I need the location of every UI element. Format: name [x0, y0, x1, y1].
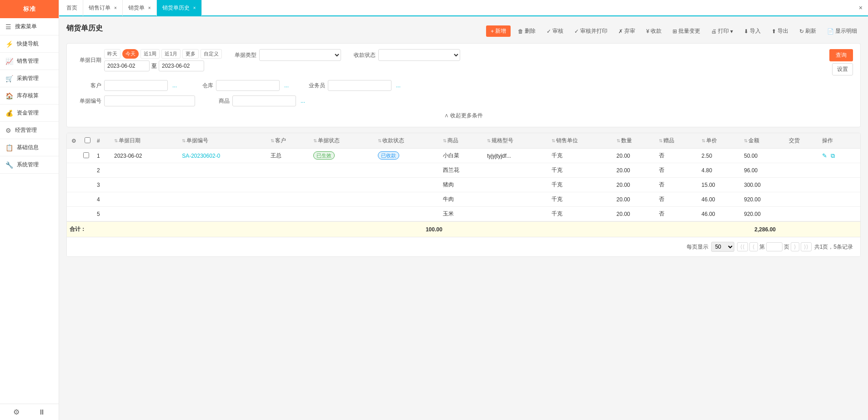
tab-sales-history[interactable]: 销货单历史 × — [157, 0, 202, 16]
sidebar-item-stock-calc[interactable]: 🏠 库存核算 — [0, 87, 59, 105]
sidebar-item-sales-mgmt[interactable]: 📈 销售管理 — [0, 53, 59, 70]
close-sales-history-icon[interactable]: × — [193, 5, 196, 10]
collect-button[interactable]: ¥ 收款 — [642, 25, 665, 37]
print-button[interactable]: 🖨 打印 ▾ — [707, 25, 737, 37]
row-checkbox[interactable] — [83, 152, 89, 158]
doc-type-select[interactable] — [259, 49, 341, 61]
cell-check — [80, 163, 94, 178]
footer-total-qty: 100.00 — [426, 226, 442, 233]
close-sales-goods-icon[interactable]: × — [148, 5, 151, 10]
shortcut-yesterday[interactable]: 昨天 — [104, 49, 120, 59]
shortcut-7days[interactable]: 近1周 — [140, 49, 160, 59]
tab-sales-order[interactable]: 销售订单 × — [83, 0, 123, 16]
cell-check — [80, 192, 94, 207]
cell-price: 46.00 — [699, 207, 742, 221]
th-unit[interactable]: ⇅销售单位 — [549, 133, 613, 149]
staff-select-btn[interactable]: ... — [394, 82, 402, 89]
filter-collapse-btn[interactable]: ∧ 收起更多条件 — [74, 110, 853, 121]
cell-gift: 否 — [656, 163, 699, 178]
sidebar-item-ops-mgmt[interactable]: ⚙ 经营管理 — [0, 122, 59, 139]
th-customer[interactable]: ⇅客户 — [268, 133, 311, 149]
add-button[interactable]: + 新增 — [486, 25, 511, 37]
table-row: 5 玉米 千克 20.00 否 46.00 920.00 — [67, 207, 860, 221]
sidebar: 标准 ☰ 搜索菜单 ⚡ 快捷导航 📈 销售管理 🛒 采购管理 🏠 库存核算 💰 … — [0, 0, 59, 420]
tab-home-label: 首页 — [66, 4, 77, 12]
th-doc-status[interactable]: ⇅单据状态 — [311, 133, 375, 149]
doc-type-label: 单据类型 — [229, 51, 256, 59]
select-all-checkbox[interactable] — [85, 137, 90, 143]
cell-unit: 千克 — [549, 163, 613, 178]
collect-icon: ¥ — [646, 28, 649, 35]
sidebar-item-basic-info[interactable]: 📋 基础信息 — [0, 139, 59, 156]
sidebar-settings-btn[interactable]: ⚙ — [13, 408, 20, 416]
shortcut-1month[interactable]: 近1月 — [161, 49, 181, 59]
refresh-button[interactable]: ↻ 刷新 — [796, 25, 820, 37]
tab-sales-goods[interactable]: 销货单 × — [123, 0, 157, 16]
staff-input[interactable] — [328, 80, 391, 91]
export-button[interactable]: ⬆ 导出 — [768, 25, 792, 37]
sidebar-bottom: ⚙ ⏸ — [0, 404, 59, 420]
warehouse-select-btn[interactable]: ... — [282, 82, 291, 89]
cell-goods: 小白菜 — [440, 149, 485, 163]
docno-link[interactable]: SA-20230602-0 — [182, 153, 220, 159]
tab-sales-order-label: 销售订单 — [89, 4, 110, 12]
th-amount[interactable]: ⇅金额 — [741, 133, 786, 149]
doc-no-input[interactable] — [104, 95, 195, 106]
th-settings[interactable]: ⚙ — [67, 133, 80, 149]
date-to-input[interactable] — [159, 60, 204, 71]
th-date[interactable]: ⇅单据日期 — [111, 133, 179, 149]
show-detail-button[interactable]: 📄 显示明细 — [823, 25, 861, 37]
warehouse-input[interactable] — [216, 80, 280, 91]
th-gift[interactable]: ⇅赠品 — [656, 133, 699, 149]
customer-input[interactable] — [104, 80, 168, 91]
cell-customer: 王总 — [268, 149, 311, 163]
collect-status-select[interactable] — [378, 49, 460, 61]
abandon-button[interactable]: ✗ 弃审 — [615, 25, 639, 37]
per-page-select[interactable]: 50 20 100 200 — [711, 242, 734, 252]
approve-button[interactable]: ✓ 审核 — [543, 25, 567, 37]
query-button[interactable]: 查询 — [829, 49, 853, 61]
sidebar-item-search-menu[interactable]: ☰ 搜索菜单 — [0, 18, 59, 35]
batch-change-button[interactable]: ⊞ 批量变更 — [669, 25, 704, 37]
tab-home[interactable]: 首页 — [61, 0, 83, 16]
next-page-btn[interactable]: ⟩ — [791, 242, 799, 251]
prev-page-btn[interactable]: ⟨ — [749, 242, 758, 251]
date-shortcuts: 昨天 今天 近1周 近1月 更多 自定义 — [104, 49, 222, 59]
last-page-btn[interactable]: ⟩⟩ — [801, 242, 812, 251]
sidebar-item-fund-mgmt[interactable]: 💰 资金管理 — [0, 105, 59, 122]
shortcut-today[interactable]: 今天 — [122, 49, 139, 59]
sidebar-item-purchase-mgmt[interactable]: 🛒 采购管理 — [0, 70, 59, 87]
sidebar-item-quick-nav[interactable]: ⚡ 快捷导航 — [0, 35, 59, 53]
import-button[interactable]: ⬇ 导入 — [740, 25, 764, 37]
row-copy-btn[interactable]: ⧉ — [831, 152, 835, 160]
sidebar-pause-btn[interactable]: ⏸ — [38, 408, 45, 416]
delete-button[interactable]: 🗑 删除 — [514, 25, 539, 37]
cell-doc-status — [311, 207, 375, 221]
cell-date — [111, 163, 179, 178]
approve-print-button[interactable]: ✓ 审核并打印 — [571, 25, 611, 37]
cell-trade — [786, 149, 819, 163]
row-actions: ✎ ⧉ — [822, 152, 858, 160]
th-docno[interactable]: ⇅单据编号 — [179, 133, 268, 149]
first-page-btn[interactable]: ⟨⟨ — [737, 242, 748, 251]
page-input[interactable]: 1 — [766, 242, 783, 251]
sidebar-item-sys-mgmt[interactable]: 🔧 系统管理 — [0, 156, 59, 174]
th-price[interactable]: ⇅单价 — [699, 133, 742, 149]
th-goods[interactable]: ⇅商品 — [440, 133, 485, 149]
goods-input[interactable] — [232, 95, 296, 106]
th-qty[interactable]: ⇅数量 — [614, 133, 657, 149]
row-edit-btn[interactable]: ✎ — [822, 152, 827, 160]
close-sales-order-icon[interactable]: × — [114, 5, 117, 10]
staff-label: 业务员 — [298, 82, 325, 90]
doc-status-badge: 已生效 — [313, 151, 335, 160]
th-spec[interactable]: ⇅规格型号 — [484, 133, 549, 149]
goods-select-btn[interactable]: ... — [299, 98, 307, 104]
filter-settings-button[interactable]: 设置 — [832, 63, 853, 75]
table-row: 3 猪肉 千克 20.00 否 15.00 300.00 — [67, 178, 860, 192]
shortcut-custom[interactable]: 自定义 — [201, 49, 222, 59]
shortcut-more[interactable]: 更多 — [182, 49, 199, 59]
close-all-tabs-btn[interactable]: × — [855, 4, 866, 11]
customer-select-btn[interactable]: ... — [171, 82, 179, 89]
date-from-input[interactable] — [104, 60, 150, 71]
th-collect-status[interactable]: ⇅收款状态 — [375, 133, 440, 149]
